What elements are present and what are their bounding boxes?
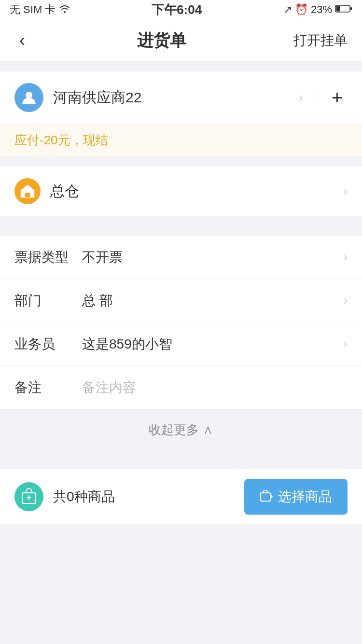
section-gap-top <box>0 62 362 71</box>
vertical-divider <box>315 88 315 107</box>
status-bar: 无 SIM 卡 下午6:04 ↗ ⏰ 23% <box>0 0 362 19</box>
warehouse-chevron-icon: › <box>343 184 348 199</box>
remark-label: 备注 <box>14 378 72 397</box>
warehouse-icon <box>14 178 41 204</box>
status-left: 无 SIM 卡 <box>10 2 70 17</box>
alarm-icon: ⏰ <box>295 3 308 16</box>
location-icon: ↗ <box>283 3 292 16</box>
section-gap-3 <box>0 450 362 460</box>
battery-icon <box>335 3 352 16</box>
remark-row[interactable]: 备注 备注内容 <box>0 366 362 409</box>
supplier-chevron-icon: › <box>298 90 303 105</box>
salesperson-chevron-icon: › <box>343 336 348 351</box>
department-row[interactable]: 部门 总 部 › <box>0 279 362 322</box>
department-label: 部门 <box>14 292 72 310</box>
wifi-icon <box>59 3 70 16</box>
svg-rect-2 <box>336 6 340 12</box>
back-button[interactable]: ‹ <box>14 26 30 56</box>
status-right: ↗ ⏰ 23% <box>283 3 352 16</box>
invoice-type-value: 不开票 <box>72 248 343 266</box>
supplier-section: 河南供应商22 › + 应付-20元，现结 <box>0 71 362 157</box>
collapse-label: 收起更多 ∧ <box>149 422 213 437</box>
battery-label: 23% <box>311 3 332 16</box>
carrier-label: 无 SIM 卡 <box>10 2 56 17</box>
supplier-row[interactable]: 河南供应商22 › + <box>0 71 362 124</box>
product-bar: 共0种商品 选择商品 <box>0 469 362 524</box>
invoice-chevron-icon: › <box>343 250 348 265</box>
page-title: 进货单 <box>137 29 186 52</box>
svg-rect-4 <box>25 193 30 197</box>
remark-input[interactable]: 备注内容 <box>72 378 348 397</box>
section-gap-1 <box>0 157 362 167</box>
section-gap-2 <box>0 216 362 226</box>
warehouse-name: 总仓 <box>50 182 343 201</box>
form-section: 票据类型 不开票 › 部门 总 部 › 业务员 这是859的小智 › 备注 备注… <box>0 236 362 409</box>
svg-rect-1 <box>350 7 352 10</box>
svg-point-3 <box>26 92 32 98</box>
bottom-fill <box>0 524 362 621</box>
collapse-button[interactable]: 收起更多 ∧ <box>0 409 362 450</box>
warehouse-row[interactable]: 总仓 › <box>0 167 362 216</box>
nav-bar: ‹ 进货单 打开挂单 <box>0 19 362 62</box>
invoice-type-label: 票据类型 <box>14 248 72 266</box>
salesperson-value: 这是859的小智 <box>72 335 343 353</box>
select-product-button[interactable]: 选择商品 <box>244 479 348 515</box>
product-count-label: 共0种商品 <box>53 488 244 506</box>
status-time: 下午6:04 <box>152 1 202 18</box>
svg-rect-6 <box>261 493 270 501</box>
product-icon <box>14 482 43 511</box>
supplier-name: 河南供应商22 <box>53 88 298 108</box>
supplier-avatar <box>14 83 43 112</box>
select-product-label: 选择商品 <box>278 488 332 506</box>
notice-text: 应付-20元，现结 <box>14 133 108 147</box>
notice-bar: 应付-20元，现结 <box>0 124 362 157</box>
department-value: 总 部 <box>72 292 343 310</box>
invoice-type-row[interactable]: 票据类型 不开票 › <box>0 236 362 279</box>
department-chevron-icon: › <box>343 293 348 308</box>
salesperson-label: 业务员 <box>14 335 72 353</box>
salesperson-row[interactable]: 业务员 这是859的小智 › <box>0 322 362 366</box>
add-supplier-button[interactable]: + <box>327 87 348 109</box>
open-pending-button[interactable]: 打开挂单 <box>293 31 348 50</box>
